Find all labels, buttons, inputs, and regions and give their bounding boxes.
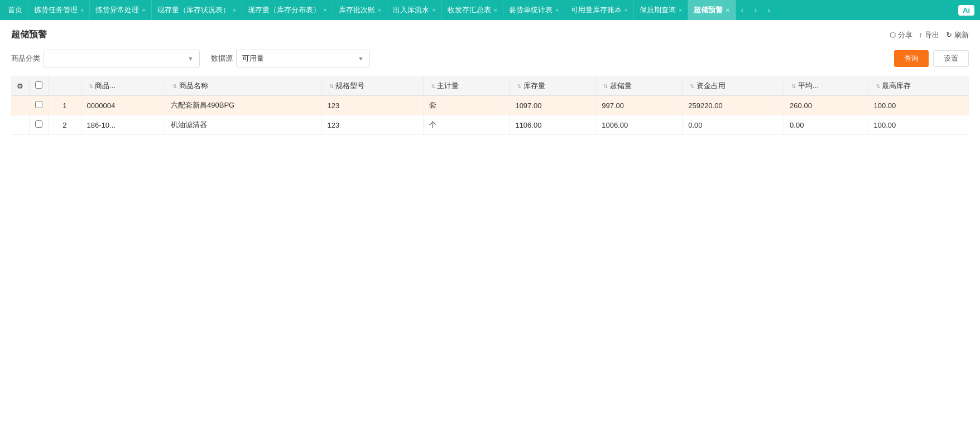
datasource-value: 可用量	[242, 54, 264, 64]
nav-arrow-more[interactable]: ›	[762, 0, 776, 20]
data-table: ⚙ ⇅ 商品... ⇅ 商品名称 ⇅ 规格型号	[11, 76, 969, 135]
close-tab-inout-flow[interactable]: ×	[432, 7, 435, 13]
nav-tab-available-stock[interactable]: 可用量库存账本 ×	[565, 0, 634, 20]
sort-icon-capital: ⇅	[690, 83, 694, 89]
category-label: 商品分类	[11, 54, 40, 64]
col-max-stock-header: ⇅ 最高库存	[868, 76, 969, 96]
filter-row: 商品分类 ▼ 数据源 可用量 ▼ 查询 设置	[11, 50, 969, 67]
datasource-filter: 数据源 可用量 ▼	[211, 50, 370, 67]
sort-icon-product-name: ⇅	[172, 83, 177, 89]
page-header: 超储预警 ⬡ 分享 ↑ 导出 ↻ 刷新	[11, 29, 969, 41]
table-row: 1 0000004 六配套新昌490BPG 123 套 1097.00 997.…	[11, 96, 969, 115]
sort-icon-avg: ⇅	[791, 83, 796, 89]
row-overstock-1: 1006.00	[596, 115, 683, 135]
row-product-name-1: 机油滤清器	[165, 115, 322, 135]
nav-tab-abnormal[interactable]: 拣货异常处理 ×	[90, 0, 151, 20]
query-button[interactable]: 查询	[894, 50, 929, 67]
page-content: 超储预警 ⬡ 分享 ↑ 导出 ↻ 刷新 商品分类 ▼ 数据源	[0, 20, 980, 446]
close-tab-overstock-warning[interactable]: ×	[726, 7, 729, 13]
row-select-1[interactable]	[35, 120, 42, 128]
col-product-name-header: ⇅ 商品名称	[165, 76, 322, 96]
share-icon: ⬡	[890, 31, 896, 39]
nav-tab-inout-flow[interactable]: 出入库流水 ×	[387, 0, 441, 20]
refresh-action[interactable]: ↻ 刷新	[946, 30, 969, 40]
close-tab-batch[interactable]: ×	[378, 7, 381, 13]
sort-icon-max-stock: ⇅	[876, 83, 880, 89]
close-tab-order-stats[interactable]: ×	[555, 7, 559, 13]
nav-tab-task-mgmt[interactable]: 拣货任务管理 ×	[28, 0, 90, 20]
row-spec-0: 123	[321, 96, 423, 115]
nav-arrow-right[interactable]: ›	[749, 0, 762, 20]
row-overstock-0: 997.00	[596, 96, 683, 115]
category-filter: 商品分类 ▼	[11, 50, 200, 67]
filter-actions: 查询 设置	[894, 50, 969, 67]
row-num-1: 2	[49, 115, 81, 135]
col-unit-header: ⇅ 主计量	[423, 76, 510, 96]
col-checkbox-header	[30, 76, 49, 96]
col-capital-header: ⇅ 资金占用	[683, 76, 784, 96]
page-title: 超储预警	[11, 29, 47, 41]
row-spec-1: 123	[321, 115, 423, 135]
row-select-0[interactable]	[35, 101, 42, 108]
close-tab-inventory-status[interactable]: ×	[233, 7, 236, 13]
nav-tab-overstock-warning[interactable]: 超储预警 ×	[688, 0, 735, 20]
col-avg-header: ⇅ 平均...	[784, 76, 868, 96]
select-all-checkbox[interactable]	[35, 81, 42, 89]
nav-arrow-left[interactable]: ‹	[736, 0, 749, 20]
gear-icon[interactable]: ⚙	[17, 82, 23, 90]
nav-tab-batch[interactable]: 库存批次账 ×	[333, 0, 387, 20]
sort-icon-inventory: ⇅	[517, 83, 521, 89]
nav-tab-inventory-dist[interactable]: 现存量（库存分布表） ×	[242, 0, 333, 20]
header-actions: ⬡ 分享 ↑ 导出 ↻ 刷新	[890, 30, 969, 40]
nav-tab-home[interactable]: 首页	[2, 0, 28, 20]
datasource-label: 数据源	[211, 54, 233, 64]
row-max-stock-1: 100.00	[868, 115, 969, 135]
row-capital-1: 0.00	[683, 115, 784, 135]
sort-icon-unit: ⇅	[431, 83, 435, 89]
ai-badge[interactable]: Ai	[958, 5, 974, 16]
datasource-select[interactable]: 可用量 ▼	[236, 50, 370, 67]
close-tab-abnormal[interactable]: ×	[142, 7, 145, 13]
row-gear-1	[11, 115, 30, 135]
nav-tab-collect-send[interactable]: 收发存汇总表 ×	[442, 0, 503, 20]
row-product-code-0: 0000004	[81, 96, 165, 115]
table-header-row: ⚙ ⇅ 商品... ⇅ 商品名称 ⇅ 规格型号	[11, 76, 969, 96]
close-tab-inventory-dist[interactable]: ×	[323, 7, 326, 13]
close-tab-task-mgmt[interactable]: ×	[80, 7, 84, 13]
col-row-num-header	[49, 76, 81, 96]
nav-tab-order-stats[interactable]: 要货单统计表 ×	[503, 0, 565, 20]
row-capital-0: 259220.00	[683, 96, 784, 115]
close-tab-collect-send[interactable]: ×	[494, 7, 497, 13]
row-checkbox-1	[30, 115, 49, 135]
close-tab-available-stock[interactable]: ×	[624, 7, 628, 13]
row-unit-0: 套	[423, 96, 510, 115]
row-num-0: 1	[49, 96, 81, 115]
sort-icon-product-code: ⇅	[89, 83, 93, 89]
row-max-stock-0: 100.00	[868, 96, 969, 115]
sort-icon-overstock: ⇅	[603, 83, 608, 89]
category-select[interactable]: ▼	[44, 50, 200, 67]
col-gear: ⚙	[11, 76, 30, 96]
row-inventory-0: 1097.00	[510, 96, 596, 115]
export-action[interactable]: ↑ 导出	[919, 30, 940, 40]
close-tab-quality-check[interactable]: ×	[679, 7, 682, 13]
nav-tab-inventory-status[interactable]: 现存量（库存状况表） ×	[152, 0, 242, 20]
settings-button[interactable]: 设置	[933, 50, 969, 67]
top-navigation: 首页 拣货任务管理 × 拣货异常处理 × 现存量（库存状况表） × 现存量（库存…	[0, 0, 980, 20]
row-unit-1: 个	[423, 115, 510, 135]
table-row: 2 186-10... 机油滤清器 123 个 1106.00 1006.00 …	[11, 115, 969, 135]
row-gear-0	[11, 96, 30, 115]
category-dropdown-icon: ▼	[188, 55, 194, 62]
share-action[interactable]: ⬡ 分享	[890, 30, 912, 40]
datasource-dropdown-icon: ▼	[358, 55, 364, 62]
row-product-name-0: 六配套新昌490BPG	[165, 96, 322, 115]
col-overstock-header: ⇅ 超储量	[596, 76, 683, 96]
row-avg-1: 0.00	[784, 115, 868, 135]
col-spec-header: ⇅ 规格型号	[321, 76, 423, 96]
row-avg-0: 260.00	[784, 96, 868, 115]
export-icon: ↑	[919, 31, 923, 39]
refresh-icon: ↻	[946, 31, 952, 39]
row-checkbox-0	[30, 96, 49, 115]
row-inventory-1: 1106.00	[510, 115, 596, 135]
nav-tab-quality-check[interactable]: 保质期查询 ×	[634, 0, 688, 20]
